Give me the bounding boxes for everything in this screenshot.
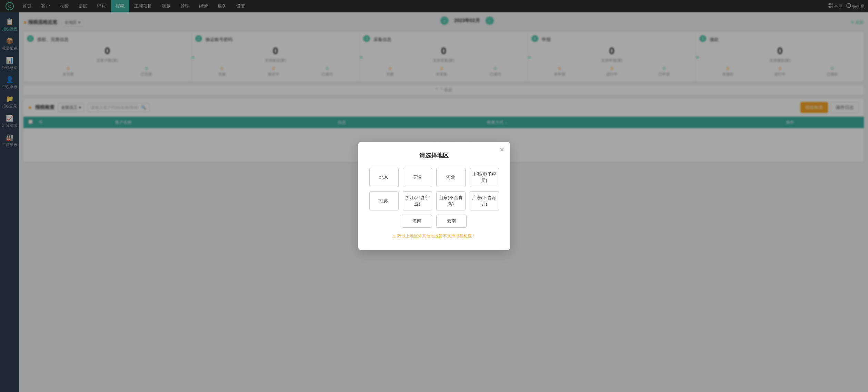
region-btn-shandong[interactable]: 山东(不含青岛): [436, 191, 466, 210]
region-btn-guangdong[interactable]: 广东(不含深圳): [470, 191, 499, 210]
modal-overlay: ✕ 请选择地区 北京 天津 河北 上海(电子税局) 江苏 浙江(不含宁波) 山东…: [0, 0, 868, 392]
region-select-modal: ✕ 请选择地区 北京 天津 河北 上海(电子税局) 江苏 浙江(不含宁波) 山东…: [358, 142, 510, 250]
region-btn-yunnan[interactable]: 云南: [436, 215, 467, 228]
region-btn-shanghai[interactable]: 上海(电子税局): [470, 168, 499, 187]
region-btn-tianjin[interactable]: 天津: [403, 168, 432, 187]
region-warning: ⚠ 除以上地区外其他地区暂不支持报税检查！: [369, 233, 499, 239]
warning-icon: ⚠: [392, 234, 396, 239]
region-btn-hainan[interactable]: 海南: [402, 215, 432, 228]
region-grid-row2: 江苏 浙江(不含宁波) 山东(不含青岛) 广东(不含深圳): [369, 191, 499, 210]
warning-message: 除以上地区外其他地区暂不支持报税检查！: [397, 233, 476, 239]
region-grid-row1: 北京 天津 河北 上海(电子税局): [369, 168, 499, 187]
modal-title: 请选择地区: [369, 152, 499, 159]
region-btn-hebei[interactable]: 河北: [436, 168, 466, 187]
region-grid-row3: 海南 云南: [402, 215, 467, 228]
region-btn-jiangsu[interactable]: 江苏: [369, 191, 399, 210]
modal-close-btn[interactable]: ✕: [499, 146, 505, 154]
region-btn-zhejiang[interactable]: 浙江(不含宁波): [403, 191, 432, 210]
region-btn-beijing[interactable]: 北京: [369, 168, 399, 187]
